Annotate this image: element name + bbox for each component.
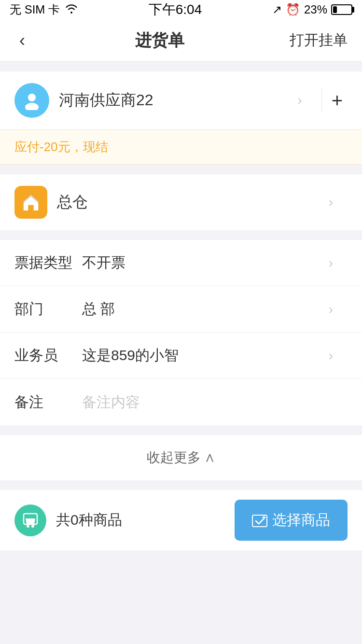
status-time: 下午6:04 [149, 0, 202, 19]
remark-label: 备注 [14, 392, 82, 412]
nav-bar: ‹ 进货单 打开挂单 [0, 19, 362, 62]
product-icon [14, 504, 46, 536]
remark-input[interactable]: 备注内容 [82, 392, 348, 412]
warehouse-row[interactable]: 总仓 › [0, 174, 362, 230]
product-count: 共0种商品 [56, 510, 225, 530]
invoice-chevron-icon: › [329, 255, 333, 271]
supplier-row[interactable]: 河南供应商22 › + [0, 71, 362, 129]
department-label: 部门 [14, 299, 82, 319]
wifi-icon [65, 3, 78, 16]
page-background [0, 550, 362, 644]
divider [321, 88, 322, 112]
back-button[interactable]: ‹ [14, 26, 30, 56]
warehouse-chevron-icon: › [329, 195, 333, 210]
select-product-button[interactable]: 选择商品 [235, 500, 348, 541]
invoice-type-label: 票据类型 [14, 253, 82, 273]
svg-rect-8 [252, 515, 267, 527]
house-icon [22, 193, 40, 211]
form-section: 票据类型 不开票 › 部门 总 部 › 业务员 这是859的小智 › 备注 备注… [0, 240, 362, 425]
battery-percent: 23% [304, 3, 327, 16]
svg-point-7 [31, 525, 34, 528]
page-title: 进货单 [135, 29, 184, 52]
svg-rect-3 [28, 205, 33, 210]
salesperson-row[interactable]: 业务员 这是859的小智 › [0, 333, 362, 379]
department-row[interactable]: 部门 总 部 › [0, 286, 362, 333]
svg-point-1 [25, 103, 39, 110]
bottom-bar: 共0种商品 选择商品 [0, 490, 362, 550]
salesperson-label: 业务员 [14, 346, 82, 365]
supplier-name: 河南供应商22 [59, 90, 297, 111]
salesperson-chevron-icon: › [329, 348, 333, 364]
collapse-button[interactable]: 收起更多 ∧ [0, 435, 362, 480]
person-icon [22, 91, 42, 110]
remark-row[interactable]: 备注 备注内容 [0, 379, 362, 425]
location-icon: ↗ [272, 3, 282, 16]
warehouse-name: 总仓 [57, 192, 329, 213]
invoice-type-value: 不开票 [82, 253, 329, 273]
supplier-avatar [14, 83, 49, 118]
section-gap-1 [0, 62, 362, 71]
status-bar: 无 SIM 卡 下午6:04 ↗ ⏰ 23% [0, 0, 362, 19]
open-pending-button[interactable]: 打开挂单 [290, 30, 348, 50]
battery-icon [331, 4, 352, 15]
select-label: 选择商品 [272, 510, 330, 530]
department-value: 总 部 [82, 299, 329, 319]
invoice-type-row[interactable]: 票据类型 不开票 › [0, 240, 362, 286]
notice-bar: 应付-20元，现结 [0, 129, 362, 165]
status-right: ↗ ⏰ 23% [272, 3, 352, 16]
no-sim-text: 无 SIM 卡 [10, 2, 60, 17]
alarm-icon: ⏰ [286, 3, 300, 16]
svg-point-0 [28, 94, 36, 101]
cart-icon [22, 512, 39, 529]
add-supplier-button[interactable]: + [327, 90, 348, 112]
svg-point-6 [27, 525, 29, 528]
department-chevron-icon: › [329, 302, 333, 317]
status-left: 无 SIM 卡 [10, 2, 78, 17]
select-icon [252, 512, 267, 529]
warehouse-icon [14, 186, 47, 219]
salesperson-value: 这是859的小智 [82, 346, 329, 365]
chevron-right-icon: › [297, 93, 302, 108]
supplier-card: 河南供应商22 › + 应付-20元，现结 [0, 71, 362, 165]
